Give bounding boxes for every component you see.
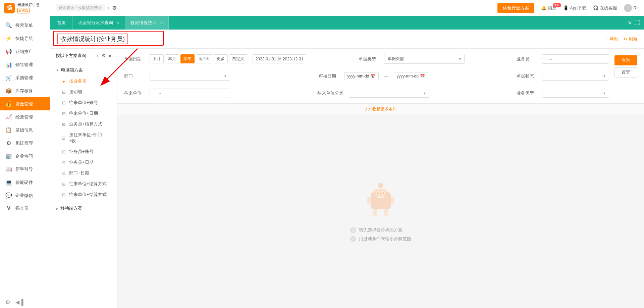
app-download-label: App下载 <box>570 5 586 11</box>
partner-category-select[interactable]: ▾ <box>349 89 429 98</box>
sidebar-item-purchase-label: 采购管理 <box>15 75 33 81</box>
scheme-item-dept-date[interactable]: ⊙ 部门+日期 <box>50 168 117 178</box>
scheme-section-desktop-title[interactable]: ▼ 电脑端方案 <box>50 64 117 76</box>
sidebar-item-purchase[interactable]: 🛒 采购管理 <box>0 71 50 84</box>
scheme-item-by-detail[interactable]: ⊞ 按明细 <box>50 87 117 97</box>
online-service-button[interactable]: 🎧 在线客服 <box>593 5 617 11</box>
scheme-item-salesman-date[interactable]: ⊙ 业务员+日期 <box>50 157 117 168</box>
scheme-item-partner-account-icon: ⊟ <box>61 100 66 105</box>
date-btn-custom[interactable]: 自定义 <box>229 54 247 63</box>
scheme-item-by-salesman[interactable]: ● 按业务员 <box>50 76 117 87</box>
sidebar-item-search[interactable]: 🔍 搜索菜单 <box>0 19 50 32</box>
sidebar-item-marketing[interactable]: 📢 营销推广 <box>0 45 50 58</box>
scheme-item-partner-date[interactable]: ⊟ 往来单位+日期 <box>50 108 117 119</box>
tab-maximize-icon[interactable]: ⛶ <box>635 20 640 26</box>
scheme-settings-icon[interactable]: ⚙ <box>102 53 106 58</box>
scheme-item-partner-settlement2[interactable]: ⊟ 往来单位+结算方式 <box>50 189 117 200</box>
guide-icon: 📖 <box>5 166 12 172</box>
sidebar-item-guide[interactable]: 📖 新手引导 <box>0 163 50 176</box>
scheme-item-salesman-settlement-icon: ⊠ <box>61 122 66 127</box>
department-select[interactable]: ▾ <box>150 72 230 81</box>
sidebar-item-operation-label: 经营管理 <box>15 114 33 120</box>
scheme-header: 按以下方案查询 + ⚙ « <box>50 49 117 63</box>
tab-close-all-icon[interactable]: ✕ <box>628 20 632 26</box>
review-date-end-value: yyyy-mm-dd <box>397 74 419 79</box>
date-label: 单据日期 <box>124 56 144 62</box>
partner-more-icon[interactable]: ··· <box>156 91 163 96</box>
refresh-icon: ↻ <box>624 37 627 42</box>
scheme-header-title: 按以下方案查询 <box>56 53 86 59</box>
scheme-item-salesman-account[interactable]: ⊟ 业务员+账号 <box>50 146 117 157</box>
partner-select[interactable]: ··· <box>150 89 230 98</box>
tab-receipt-stats[interactable]: 收款情况统计 ✕ <box>125 16 169 30</box>
business-type-chevron-icon: ▾ <box>603 91 605 96</box>
app-download-button[interactable]: 📱 App下载 <box>563 5 586 11</box>
sidebar-item-sales[interactable]: 📊 销售管理 <box>0 58 50 71</box>
filter-settings-button[interactable]: 设置 <box>614 67 637 78</box>
scheme-item-partner-settlement1[interactable]: ⊞ 往来单位+结算方式 <box>50 178 117 189</box>
sidebar-item-hardware[interactable]: 💻 智能硬件 <box>0 176 50 189</box>
scheme-item-salesman-settlement[interactable]: ⊠ 业务员+结算方式 <box>50 119 117 130</box>
sidebar-item-guide-label: 新手引导 <box>15 166 33 172</box>
tab-home[interactable]: 首页 <box>50 16 73 30</box>
scheme-collapse-icon[interactable]: « <box>109 53 112 59</box>
business-type-select[interactable]: ▾ <box>542 89 609 98</box>
sidebar-item-marketing-label: 营销推广 <box>15 49 33 55</box>
sidebar-item-operation[interactable]: 📈 经营管理 <box>0 110 50 123</box>
tab-receipt-stats-close-icon[interactable]: ✕ <box>160 21 163 25</box>
scheme-item-partner-dept-collect[interactable]: ⊟ 按往来单位+部门+收... <box>50 130 117 146</box>
date-end-value: 2023-12-31 <box>283 57 303 61</box>
sidebar-item-enterprise-label: 企业协同 <box>15 153 33 159</box>
dept-chevron-icon: ▾ <box>224 74 226 79</box>
scheme-add-icon[interactable]: + <box>96 53 99 58</box>
export-button[interactable]: ↑ 导出 <box>606 36 619 42</box>
breadcrumb-arrow-icon: ▾ <box>107 6 109 10</box>
collapse-sidebar-icon[interactable]: ◀▐ <box>15 299 23 305</box>
tab-bank-flow-close-icon[interactable]: ✕ <box>116 21 119 25</box>
date-btn-more[interactable]: 更多 <box>214 54 228 63</box>
query-button[interactable]: 查询 <box>614 55 637 65</box>
date-btn-this-year[interactable]: 本年 <box>180 54 195 63</box>
sidebar-item-finance[interactable]: 💰 资金管理 <box>0 97 50 110</box>
marketing-icon: 📢 <box>5 48 12 55</box>
salesman-more-icon[interactable]: ··· <box>548 56 555 62</box>
user-info[interactable]: Rit <box>624 4 639 12</box>
scheme-panel: 按以下方案查询 + ⚙ « ▼ 电脑端方案 ● 按业务员 <box>50 49 117 308</box>
settings-bottom-icon[interactable]: ⚙ <box>5 299 10 305</box>
notif-badge: 99+ <box>553 3 561 7</box>
edition-badge: 标准版 <box>17 8 30 13</box>
date-btn-7days[interactable]: 近7天 <box>196 54 212 63</box>
breadcrumb-gear-icon[interactable]: ⚙ <box>112 5 117 11</box>
sidebar-item-quick-nav[interactable]: ⚡ 快捷导航 <box>0 32 50 45</box>
svg-rect-9 <box>373 209 377 216</box>
voucher-status-select[interactable]: ▾ <box>542 72 609 81</box>
date-range-input[interactable]: 2023-01-01 至 2023-12-31 <box>253 54 307 63</box>
refresh-button[interactable]: ↻ 刷新 <box>624 36 637 42</box>
voucher-type-select[interactable]: 单据类型 ▾ <box>384 54 465 64</box>
sidebar-item-member[interactable]: V 畅会员 <box>0 202 50 215</box>
scheme-item-partner-settlement1-label: 往来单位+结算方式 <box>69 181 107 187</box>
date-btn-last-month[interactable]: 上月 <box>150 54 164 63</box>
voucher-type-chevron-icon: ▾ <box>459 57 461 61</box>
sidebar-item-inventory[interactable]: 📦 库存核算 <box>0 84 50 97</box>
date-btn-this-month[interactable]: 本月 <box>165 54 179 63</box>
tab-bank-flow[interactable]: 现金银行流水查询 ✕ <box>73 16 125 30</box>
sidebar-nav: 🔍 搜索菜单 ⚡ 快捷导航 📢 营销推广 📊 销售管理 🛒 采购管理 📦 库存核… <box>0 16 50 296</box>
scheme-section-mobile-title[interactable]: ▶ 移动端方案 <box>50 203 117 214</box>
sidebar-item-system[interactable]: ⚙ 系统管理 <box>0 137 50 150</box>
review-date-end-input[interactable]: yyyy-mm-dd 📅 <box>394 72 428 80</box>
notification-button[interactable]: 🔔 消息 99+ <box>541 5 556 11</box>
logo-text: 畅捷通好生意 <box>17 2 40 7</box>
sales-icon: 📊 <box>5 61 12 68</box>
sidebar-item-basic-info[interactable]: 📋 基础信息 <box>0 123 50 137</box>
review-date-start-input[interactable]: yyyy-mm-dd 📅 <box>344 72 378 80</box>
collapse-bar[interactable]: ∧∧ 收起更多条件 <box>117 104 644 115</box>
trial-button[interactable]: 体验行业方案 <box>497 3 534 13</box>
scheme-item-partner-dept-label: 按往来单位+部门+收... <box>69 132 112 144</box>
tab-home-label: 首页 <box>57 20 66 26</box>
scheme-item-partner-account[interactable]: ⊟ 往来单位+账号 <box>50 97 117 108</box>
sidebar-item-wechat[interactable]: 💬 企业微信 <box>0 189 50 202</box>
salesman-select[interactable]: ··· <box>542 54 609 64</box>
header-right: 体验行业方案 🔔 消息 99+ 📱 App下载 🎧 在线客服 Rit <box>497 3 639 13</box>
sidebar-item-enterprise[interactable]: 🏢 企业协同 <box>0 150 50 163</box>
